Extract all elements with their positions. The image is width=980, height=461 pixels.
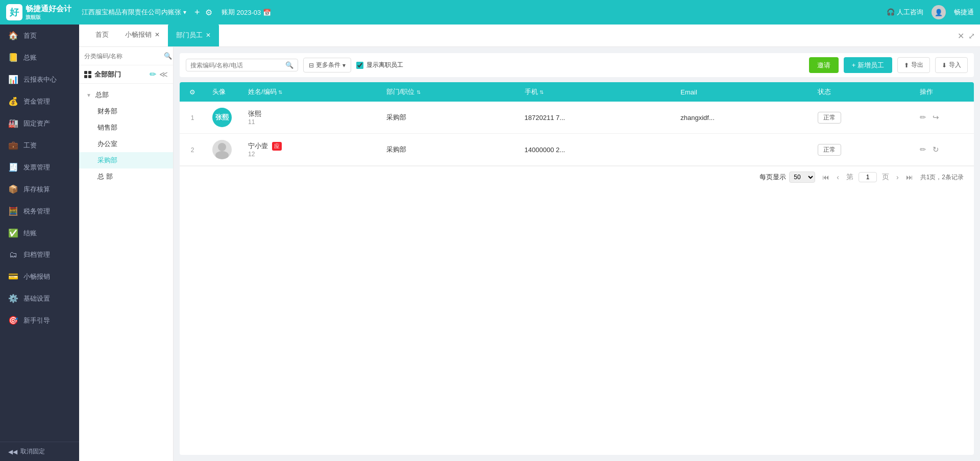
sidebar-label-expense: 小畅报销 [23,272,50,281]
company-name[interactable]: 江西服宝精品有限责任公司内账张 ▾ [82,8,186,17]
dept-collapse-icon[interactable]: ≪ [159,69,168,79]
sidebar-item-guide[interactable]: 🎯 新手引导 [0,309,79,331]
dept-item-office[interactable]: 办公室 [79,136,173,152]
sidebar-item-inventory[interactable]: 📦 库存核算 [0,178,79,200]
logo-icon: 好 [6,4,22,20]
export-button[interactable]: ⬆ 导出 [897,57,930,73]
sidebar-item-reports[interactable]: 📊 云报表中心 [0,68,79,90]
dept-item-hq[interactable]: ▼ 总部 [79,87,173,103]
sidebar-item-home[interactable]: 🏠 首页 [0,25,79,46]
chevron-down-icon[interactable]: ▾ [183,9,186,16]
filter-label: 更多条件 [316,61,340,69]
sidebar-item-tax[interactable]: 🧮 税务管理 [0,200,79,222]
prev-page-icon[interactable]: ‹ [835,172,841,182]
col-name[interactable]: 姓名/编码 ⇅ [241,82,379,102]
col-actions: 操作 [913,82,974,102]
row2-num: 2 [180,134,205,166]
tab-expense-label: 小畅报销 [125,30,152,39]
tax-icon: 🧮 [8,206,18,216]
employee-name: 宁小壹 [248,141,268,151]
filter-icon: ⊟ [309,62,314,69]
sidebar-label-assets: 固定资产 [23,119,50,128]
expense-icon: 💳 [8,272,18,281]
service-label[interactable]: 🎧 人工咨询 [887,8,923,17]
maximize-window-icon[interactable]: ⤢ [968,31,975,40]
dept-item-purchase[interactable]: 采购部 [79,152,173,168]
close-window-icon[interactable]: ✕ [958,31,964,40]
close-period-icon: ✅ [8,228,18,238]
tab-expense-close-icon[interactable]: ✕ [155,31,160,38]
reports-icon: 📊 [8,75,18,84]
tab-employees[interactable]: 部门员工 ✕ [168,25,219,46]
col-dept[interactable]: 部门/职位 ⇅ [379,82,518,102]
basic-settings-icon: ⚙️ [8,294,18,303]
row1-avatar: 张熙 [205,102,241,134]
sidebar-label-payroll: 工资 [23,141,37,150]
sidebar-item-assets[interactable]: 🏭 固定资产 [0,112,79,134]
table-settings-icon[interactable]: ⚙ [189,88,195,96]
sidebar-item-ledger[interactable]: 📒 总账 [0,46,79,68]
employee-search-icon[interactable]: 🔍 [285,61,293,69]
col-phone[interactable]: 手机 ⇅ [518,82,674,102]
avatar [212,140,232,159]
pin-icon: ◀◀ [8,448,17,455]
row1-phone: 18720211 7... [518,102,674,134]
dept-search-icon[interactable]: 🔍 [164,52,172,60]
user-avatar[interactable]: 👤 [932,5,946,19]
sidebar-item-funds[interactable]: 💰 资金管理 [0,90,79,112]
tab-employees-close-icon[interactable]: ✕ [206,32,211,39]
tab-home[interactable]: 首页 [87,25,117,46]
tab-expense[interactable]: 小畅报销 ✕ [117,25,168,46]
dept-item-sales[interactable]: 销售部 [79,119,173,136]
row1-actions: ✏ ↪ [913,102,974,134]
ledger-icon: 📒 [8,53,18,62]
last-page-icon[interactable]: ⏭ [904,172,915,182]
archive-icon: 🗂 [8,250,18,259]
show-resigned-checkbox-label[interactable]: 显示离职员工 [356,61,403,69]
topbar-right: 🎧 人工咨询 👤 畅捷通 [887,5,974,19]
dept-item-hq2[interactable]: 总 部 [79,168,173,185]
sidebar-item-payroll[interactable]: 💼 工资 [0,134,79,156]
dept-search-input[interactable] [84,53,161,60]
dept-item-finance[interactable]: 财务部 [79,103,173,119]
row1-status: 正常 [811,102,913,134]
logout-icon[interactable]: ↪ [933,113,939,122]
calendar-icon[interactable]: 📅 [263,9,271,16]
page-nav: ⏮ ‹ 第 页 › ⏭ [820,172,915,183]
sidebar-item-invoice[interactable]: 🧾 发票管理 [0,156,79,178]
employee-code: 11 [248,118,372,126]
filter-button[interactable]: ⊟ 更多条件 ▾ [303,58,351,72]
filter-chevron-icon: ▾ [342,62,346,69]
dept-actions: ✏ ≪ [150,69,168,79]
next-page-icon[interactable]: › [894,172,901,182]
dept-edit-icon[interactable]: ✏ [150,69,156,79]
sidebar-item-archive[interactable]: 🗂 归档管理 [0,244,79,265]
row2-avatar [205,134,241,166]
add-employee-button[interactable]: + 新增员工 [844,57,892,73]
refresh-icon[interactable]: ↻ [933,145,939,154]
page-number-input[interactable] [859,172,877,182]
add-company-icon[interactable]: + [194,7,200,18]
edit-icon[interactable]: ✏ [920,145,926,154]
app-sub: 旗舰版 [26,14,71,21]
edit-icon[interactable]: ✏ [920,113,926,122]
show-resigned-checkbox[interactable] [356,62,363,69]
first-page-icon[interactable]: ⏮ [820,172,831,182]
page-size-select[interactable]: 10 20 50 100 [789,172,815,183]
import-button[interactable]: ⬇ 导入 [935,57,968,73]
all-dept-label[interactable]: 全部部门 [84,70,121,79]
col-settings[interactable]: ⚙ [180,82,205,102]
pagination: 每页显示 10 20 50 100 ⏮ ‹ 第 [180,166,974,188]
sidebar-item-expense[interactable]: 💳 小畅报销 [0,265,79,287]
employee-search-input[interactable] [190,62,282,69]
period-info: 账期 2023-03 📅 [222,8,272,17]
sidebar-item-close[interactable]: ✅ 结账 [0,222,79,244]
svg-point-1 [215,151,229,159]
settings-icon[interactable]: ⚙ [205,8,212,17]
status-badge: 正常 [818,112,841,124]
invite-button[interactable]: 邀请 [809,57,839,73]
unpin-sidebar[interactable]: ◀◀ 取消固定 [0,442,79,461]
headset-icon: 🎧 [887,8,895,16]
sidebar-item-settings[interactable]: ⚙️ 基础设置 [0,287,79,309]
page-body: 🔍 全部部门 ✏ ≪ ▼ [79,47,980,461]
